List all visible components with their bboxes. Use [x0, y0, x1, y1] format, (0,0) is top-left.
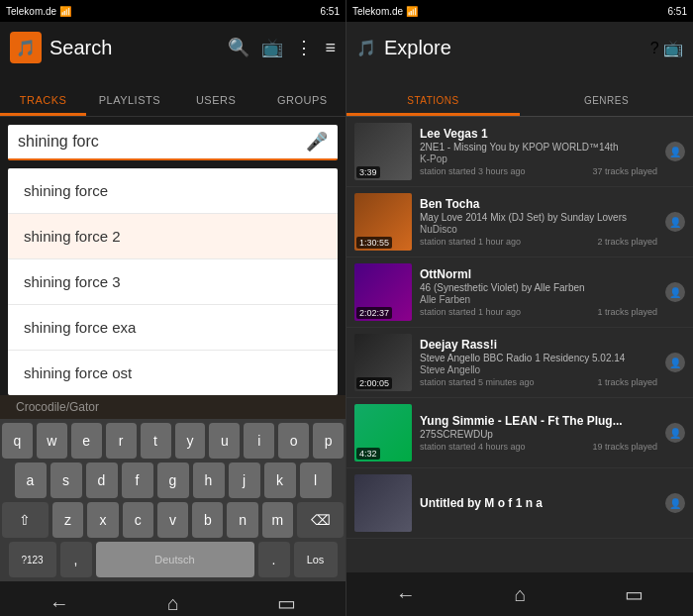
key-space[interactable]: Deutsch [96, 542, 254, 577]
station-tracks: 1 tracks played [597, 307, 657, 317]
key-k[interactable]: k [264, 462, 296, 498]
key-b[interactable]: b [192, 502, 223, 538]
keyboard-row-4: ?123 , Deutsch . Los [2, 542, 344, 577]
left-status-bar: Telekom.de 📶 6:51 [0, 0, 346, 22]
station-item[interactable]: 2:00:05 Deejay Rass!i Steve Angello BBC … [346, 328, 693, 398]
mic-icon[interactable]: 🎤 [306, 131, 328, 153]
key-f[interactable]: f [122, 462, 153, 498]
key-v[interactable]: v [157, 502, 188, 538]
right-help-icon[interactable]: ? [650, 40, 659, 56]
right-back-icon[interactable]: ← [396, 583, 416, 606]
key-q[interactable]: q [2, 423, 33, 459]
key-backspace[interactable]: ⌫ [297, 502, 344, 538]
left-toolbar-icons: 🔍 📺 ⋮ ≡ [228, 37, 336, 58]
key-m[interactable]: m [262, 502, 293, 538]
key-c[interactable]: c [123, 502, 153, 538]
suggestion-item[interactable]: shining force 3 [8, 259, 338, 305]
station-user-icon: 👤 [665, 423, 685, 443]
key-w[interactable]: w [37, 423, 67, 459]
key-l[interactable]: l [300, 462, 332, 498]
key-a[interactable]: a [15, 462, 47, 498]
station-user-icon: 👤 [665, 493, 685, 513]
left-status-left: Telekom.de 📶 [6, 6, 71, 17]
suggestion-item[interactable]: shining force ost [8, 351, 338, 395]
right-recents-icon[interactable]: ▭ [625, 582, 644, 606]
key-g[interactable]: g [157, 462, 189, 498]
station-meta: station started 1 hour ago 2 tracks play… [420, 237, 657, 247]
right-status-bar: Telekom.de 📶 6:51 [346, 0, 693, 22]
right-app-logo: 🎵 [356, 39, 376, 57]
key-e[interactable]: e [71, 423, 102, 459]
right-app-bar: 🎵 Explore ? 📺 [346, 22, 693, 73]
station-item[interactable]: 2:02:37 OttNorml 46 (Synesthetic Violet)… [346, 257, 693, 328]
right-nav-bar: ← ⌂ ▭ [346, 572, 693, 616]
recents-icon[interactable]: ▭ [277, 591, 296, 615]
suggestion-item[interactable]: shining force 2 [8, 214, 338, 259]
station-item[interactable]: Untitled by M o f 1 n a 👤 [346, 468, 693, 539]
key-shift[interactable]: ⇧ [2, 502, 49, 538]
right-home-icon[interactable]: ⌂ [514, 583, 526, 606]
search-input[interactable] [18, 133, 306, 151]
key-comma[interactable]: , [60, 542, 92, 577]
station-genre: K-Pop [420, 154, 657, 164]
station-item[interactable]: 1:30:55 Ben Tocha May Love 2014 Mix (DJ … [346, 187, 693, 257]
key-u[interactable]: u [209, 423, 240, 459]
station-info: Lee Vegas 1 2NE1 - Missing You by KPOP W… [420, 127, 657, 176]
station-subtitle: 46 (Synesthetic Violet) by Alle Farben [420, 282, 657, 293]
key-p[interactable]: p [313, 423, 344, 459]
right-cast-icon[interactable]: 📺 [663, 40, 683, 56]
suggestion-item[interactable]: shining force [8, 168, 338, 214]
tab-stations[interactable]: Stations [346, 85, 520, 116]
cast-icon[interactable]: 📺 [261, 37, 283, 58]
station-list: 3:39 Lee Vegas 1 2NE1 - Missing You by K… [346, 117, 693, 572]
search-icon[interactable]: 🔍 [228, 37, 249, 58]
station-duration: 3:39 [356, 166, 380, 178]
keyboard-row-1: q w e r t y u i o p [2, 423, 344, 459]
tab-tracks[interactable]: Tracks [0, 84, 86, 116]
key-o[interactable]: o [278, 423, 309, 459]
station-item[interactable]: 3:39 Lee Vegas 1 2NE1 - Missing You by K… [346, 117, 693, 187]
station-user-icon: 👤 [665, 282, 685, 302]
key-period[interactable]: . [258, 542, 290, 577]
station-duration: 2:00:05 [356, 377, 392, 389]
key-j[interactable]: j [229, 462, 260, 498]
key-x[interactable]: x [87, 502, 118, 538]
suggestion-item[interactable]: shining force exa [8, 305, 338, 351]
key-symbols[interactable]: ?123 [9, 542, 56, 577]
more-icon[interactable]: ⋮ [295, 37, 313, 58]
key-t[interactable]: t [141, 423, 171, 459]
station-subtitle: May Love 2014 Mix (DJ Set) by Sunday Lov… [420, 212, 657, 223]
tab-groups[interactable]: Groups [259, 84, 346, 116]
left-signal-icon: 📶 [59, 6, 71, 17]
back-icon[interactable]: ← [50, 592, 69, 615]
menu-icon[interactable]: ≡ [325, 38, 336, 58]
station-thumbnail: 2:02:37 [354, 263, 412, 321]
station-thumbnail: 2:00:05 [354, 334, 412, 391]
station-meta: station started 3 hours ago 37 tracks pl… [420, 166, 657, 176]
key-s[interactable]: s [50, 462, 82, 498]
home-icon[interactable]: ⌂ [167, 592, 179, 615]
station-item[interactable]: 4:32 Yung Simmie - LEAN - Ft The Plug...… [346, 398, 693, 468]
key-r[interactable]: r [106, 423, 137, 459]
key-z[interactable]: z [52, 502, 83, 538]
station-user-icon: 👤 [665, 353, 685, 372]
key-h[interactable]: h [193, 462, 225, 498]
blur-area: Crocodile/Gator [0, 395, 346, 419]
key-d[interactable]: d [86, 462, 118, 498]
station-subtitle: Steve Angello BBC Radio 1 Residency 5.02… [420, 353, 657, 363]
right-app-title: Explore [384, 37, 643, 59]
key-i[interactable]: i [244, 423, 274, 459]
station-meta: station started 1 hour ago 1 tracks play… [420, 307, 657, 317]
tab-playlists[interactable]: Playlists [86, 84, 172, 116]
station-duration: 1:30:55 [356, 237, 392, 249]
station-title: Yung Simmie - LEAN - Ft The Plug... [420, 414, 657, 428]
station-info: Deejay Rass!i Steve Angello BBC Radio 1 … [420, 338, 657, 387]
left-nav-bar: ← ⌂ ▭ [0, 581, 346, 616]
right-toolbar-icons: ? 📺 [650, 39, 683, 57]
tab-users[interactable]: Users [173, 84, 259, 116]
key-y[interactable]: y [175, 423, 206, 459]
left-app-bar: 🎵 Search 🔍 📺 ⋮ ≡ [0, 22, 346, 73]
key-enter[interactable]: Los [294, 542, 338, 577]
key-n[interactable]: n [227, 502, 257, 538]
tab-genres[interactable]: Genres [520, 85, 693, 116]
